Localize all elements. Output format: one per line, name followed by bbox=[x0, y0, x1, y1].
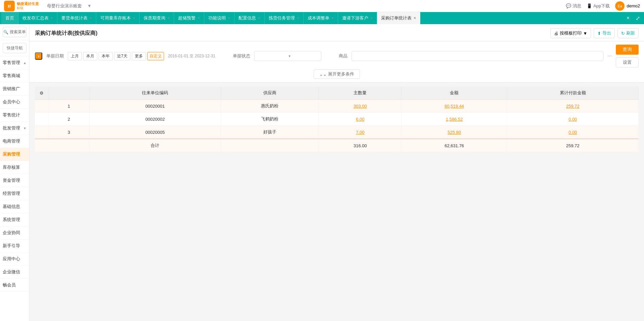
sidebar-item-marketing[interactable]: 营销推广 bbox=[0, 83, 29, 96]
sidebar-item-enterprise-coop[interactable]: 企业协同 bbox=[0, 226, 29, 239]
tab-expiry-query[interactable]: 保质期查询 × bbox=[140, 12, 174, 24]
nav-tabs: 首页 收发存汇总表 × 要货单统计表 × 可用量库存账本 × 保质期查询 × 超… bbox=[0, 12, 644, 24]
search-menu-button[interactable]: 🔍 搜索菜单 bbox=[3, 27, 26, 37]
paid-amount-col-header: 累计付款金额 bbox=[507, 87, 639, 100]
filter-toggle-button[interactable]: › bbox=[35, 52, 42, 60]
close-tab-expiry-query[interactable]: × bbox=[167, 16, 170, 20]
sidebar-item-system-mgmt[interactable]: 系统管理 bbox=[0, 213, 29, 226]
row-1-paid-amount[interactable]: 259.72 bbox=[507, 100, 639, 113]
sidebar-item-new-guide[interactable]: 新手引导 bbox=[0, 239, 29, 253]
sidebar-item-retail-mgmt[interactable]: 零售管理 ▲ bbox=[0, 56, 29, 69]
row-3-qty[interactable]: 7.00 bbox=[319, 126, 401, 139]
goods-filter-label: 商品 bbox=[339, 53, 347, 59]
amount-col-header: 金额 bbox=[401, 87, 507, 100]
status-filter-label: 单据状态 bbox=[233, 53, 250, 59]
table-row: 2 00020002 飞鹤奶粉 6.00 1,586.52 0.00 bbox=[35, 113, 639, 126]
close-tab-receive-summary[interactable]: × bbox=[51, 16, 53, 20]
row-1-amount[interactable]: 60,519.44 bbox=[401, 100, 507, 113]
close-window-button[interactable]: × bbox=[624, 14, 632, 22]
sidebar-item-operation-mgmt[interactable]: 经营管理 bbox=[0, 187, 29, 200]
sidebar-item-wholesale-mgmt[interactable]: 批发管理 ▼ bbox=[0, 122, 29, 135]
sidebar-item-inventory-check[interactable]: 库存核算 bbox=[0, 161, 29, 174]
sidebar-item-enterprise-wechat[interactable]: 企业微信 bbox=[0, 266, 29, 279]
app-download-button[interactable]: 📱 App下载 bbox=[587, 3, 610, 9]
tab-inventory-book[interactable]: 可用量库存账本 × bbox=[96, 12, 140, 24]
custom-date-button[interactable]: 自定义 bbox=[147, 52, 164, 60]
settings-button[interactable]: 设置 bbox=[616, 57, 639, 67]
filter-area: › 单据日期 上月 本月 本年 近7天 更多 自定义 2016-01-01 至 … bbox=[30, 41, 644, 83]
close-tab-config-info[interactable]: × bbox=[258, 16, 260, 20]
template-print-button[interactable]: 🖨 按模板打印 ▼ bbox=[550, 28, 591, 38]
tab-cost-adjust[interactable]: 成本调整单 × bbox=[304, 12, 338, 24]
message-button[interactable]: 💬 消息 bbox=[566, 3, 581, 9]
sidebar-item-app-center[interactable]: 应用中心 bbox=[0, 253, 29, 266]
row-2-unit-code: 00020002 bbox=[90, 113, 221, 126]
status-select[interactable]: ▼ bbox=[254, 51, 321, 61]
more-date-button[interactable]: 更多 bbox=[132, 52, 146, 60]
row-3-unit-code: 00020005 bbox=[90, 126, 221, 139]
chevron-up-icon: ▲ bbox=[23, 61, 26, 65]
close-tab-purchase-stat[interactable]: × bbox=[414, 16, 416, 20]
expand-conditions-button[interactable]: ⌄⌄ 展开更多条件 bbox=[314, 69, 360, 79]
close-tab-cost-adjust[interactable]: × bbox=[331, 16, 334, 20]
date-filter-label: 单据日期 bbox=[46, 53, 64, 59]
close-tab-func-desc[interactable]: × bbox=[228, 16, 230, 20]
sidebar-item-basic-info[interactable]: 基础信息 bbox=[0, 200, 29, 213]
row-2-paid-amount[interactable]: 0.00 bbox=[507, 113, 639, 126]
cur-month-button[interactable]: 本月 bbox=[83, 52, 97, 60]
sidebar-item-member-center[interactable]: 会员中心 bbox=[0, 96, 29, 109]
sidebar-item-finance-mgmt[interactable]: 资金管理 bbox=[0, 174, 29, 187]
refresh-button[interactable]: ↻ 刷新 bbox=[618, 28, 639, 38]
goods-input[interactable] bbox=[352, 51, 603, 61]
row-3-supplier: 好孩子 bbox=[221, 126, 319, 139]
tab-func-desc[interactable]: 功能说明 × bbox=[204, 12, 234, 24]
chevron-down-icon: ▼ bbox=[583, 31, 587, 36]
settings-col-header[interactable]: ⚙ bbox=[35, 87, 48, 100]
7days-button[interactable]: 近7天 bbox=[114, 52, 130, 60]
date-range-display: 2016-01-01 至 2023-12-31 bbox=[168, 53, 215, 59]
sidebar-item-purchase-mgmt[interactable]: 采购管理 bbox=[0, 148, 29, 161]
sidebar-item-retail-stats[interactable]: 零售统计 bbox=[0, 109, 29, 122]
close-tab-inventory-book[interactable]: × bbox=[133, 16, 135, 20]
row-1-qty[interactable]: 303.00 bbox=[319, 100, 401, 113]
tab-config-info[interactable]: 配置信息 × bbox=[234, 12, 265, 24]
sidebar-item-vip-member[interactable]: 畅会员 bbox=[0, 279, 29, 292]
row-2-qty[interactable]: 6.00 bbox=[319, 113, 401, 126]
username-label: demo2 bbox=[627, 3, 640, 8]
quick-nav-button[interactable]: 快捷导航 bbox=[3, 43, 26, 53]
print-icon: 🖨 bbox=[554, 31, 558, 36]
sidebar-item-retail-shop[interactable]: 零售商城 bbox=[0, 69, 29, 83]
row-1-unit-code: 00020001 bbox=[90, 100, 221, 113]
prev-month-button[interactable]: 上月 bbox=[68, 52, 82, 60]
tab-home[interactable]: 首页 bbox=[1, 12, 18, 24]
more-options-button[interactable]: ··· bbox=[607, 53, 612, 59]
sidebar-item-ecommerce[interactable]: 电商管理 bbox=[0, 135, 29, 148]
row-2-amount[interactable]: 1,586.52 bbox=[401, 113, 507, 126]
close-tab-over-stock[interactable]: × bbox=[198, 16, 200, 20]
tab-receive-summary[interactable]: 收发存汇总表 × bbox=[18, 12, 57, 24]
row-3-settings bbox=[35, 126, 48, 139]
cur-year-button[interactable]: 本年 bbox=[99, 52, 113, 60]
tab-invite-downstream[interactable]: 邀请下游客户 × bbox=[338, 12, 377, 24]
close-tab-invite-downstream[interactable]: × bbox=[370, 16, 373, 20]
row-3-amount[interactable]: 525.80 bbox=[401, 126, 507, 139]
query-button[interactable]: 查询 bbox=[616, 45, 639, 55]
close-tab-pick-task[interactable]: × bbox=[297, 16, 299, 20]
user-avatar: Ea bbox=[615, 1, 625, 11]
footer-qty: 316.00 bbox=[319, 139, 401, 152]
close-tab-order-summary[interactable]: × bbox=[90, 16, 92, 20]
chevron-down-icon: ⌄⌄ bbox=[319, 72, 327, 77]
user-area[interactable]: Ea demo2 bbox=[615, 1, 640, 11]
date-filter-buttons: 上月 本月 本年 近7天 更多 自定义 bbox=[68, 52, 164, 60]
tab-over-stock[interactable]: 超储预警 × bbox=[174, 12, 204, 24]
table-footer-row: 合计 316.00 62,631.76 259.72 bbox=[35, 139, 639, 152]
tab-purchase-stat[interactable]: 采购订单统计表 × bbox=[377, 12, 420, 24]
row-3-paid-amount[interactable]: 0.00 bbox=[507, 126, 639, 139]
page-header: 采购订单统计表(按供应商) 🖨 按模板打印 ▼ ⬆ 导出 ↻ 刷新 bbox=[30, 24, 644, 41]
maximize-window-button[interactable]: ⤢ bbox=[633, 14, 643, 23]
export-button[interactable]: ⬆ 导出 bbox=[594, 28, 615, 38]
footer-amount: 62,631.76 bbox=[401, 139, 507, 152]
tab-order-summary[interactable]: 要货单统计表 × bbox=[57, 12, 96, 24]
tab-pick-task[interactable]: 拣货任务管理 × bbox=[265, 12, 304, 24]
data-table: ⚙ 往来单位编码 供应商 主数量 金额 累计付款金额 1 bbox=[35, 87, 639, 152]
